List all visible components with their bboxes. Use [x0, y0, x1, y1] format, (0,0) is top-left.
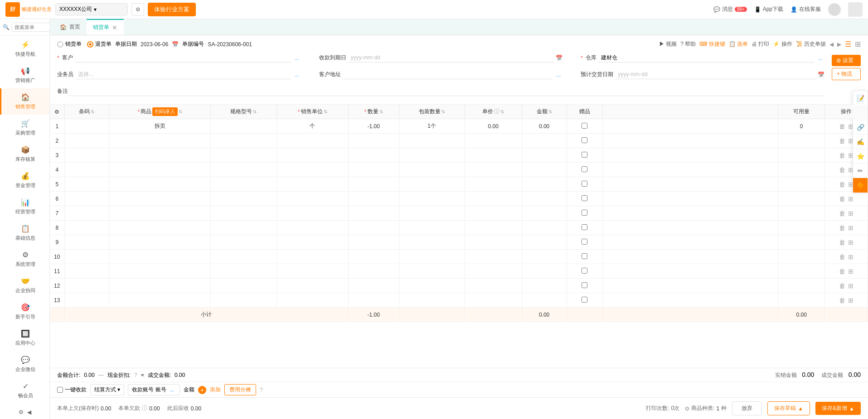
total-due-info[interactable]: ⓘ: [142, 405, 147, 412]
r8-amount[interactable]: [522, 221, 567, 235]
r5-gift[interactable]: [567, 177, 602, 192]
r3-product[interactable]: [109, 148, 211, 163]
r5-price[interactable]: [465, 177, 522, 192]
abandon-button[interactable]: 放弃: [732, 401, 762, 415]
r4-delete[interactable]: 🗑: [839, 166, 845, 173]
warehouse-more-btn[interactable]: ...: [816, 55, 824, 61]
r10-product[interactable]: [109, 250, 211, 264]
r6-copy[interactable]: ⊞: [848, 195, 853, 202]
r11-delete[interactable]: 🗑: [839, 268, 845, 275]
r10-copy[interactable]: ⊞: [848, 253, 853, 260]
r12-price[interactable]: [465, 279, 522, 293]
r7-spec[interactable]: [211, 206, 276, 221]
r5-qty[interactable]: [348, 177, 399, 192]
r4-price[interactable]: [465, 163, 522, 177]
salesperson-more-btn[interactable]: ...: [293, 72, 301, 78]
r2-pkg[interactable]: [399, 134, 465, 148]
r11-product[interactable]: [109, 264, 211, 279]
sidebar-item-guide[interactable]: 🎯 新手引导: [0, 299, 49, 325]
r5-unit[interactable]: [276, 177, 348, 192]
r4-product[interactable]: [109, 163, 211, 177]
row-1-price[interactable]: 0.00: [465, 119, 522, 134]
tab-sales-order[interactable]: 销货单 ✕: [87, 19, 124, 35]
r12-spec[interactable]: [211, 279, 276, 293]
r11-spec[interactable]: [211, 264, 276, 279]
customer-input[interactable]: [75, 53, 291, 63]
r12-amount[interactable]: [522, 279, 567, 293]
r12-product[interactable]: [109, 279, 211, 293]
r13-amount[interactable]: [522, 293, 567, 308]
r13-delete[interactable]: 🗑: [839, 297, 845, 304]
r11-unit[interactable]: [276, 264, 348, 279]
sidebar-item-sales[interactable]: 🏠 销售管理: [0, 88, 49, 115]
right-tool-orange[interactable]: 🔶: [853, 178, 868, 193]
r11-pkg[interactable]: [399, 264, 465, 279]
r4-barcode[interactable]: [64, 163, 109, 177]
row-1-barcode[interactable]: [64, 119, 109, 134]
r4-amount[interactable]: [522, 163, 567, 177]
salesperson-input[interactable]: [75, 70, 291, 79]
r11-amount[interactable]: [522, 264, 567, 279]
r4-gift[interactable]: [567, 163, 602, 177]
sidebar-item-app-center[interactable]: 🔲 应用中心: [0, 325, 49, 351]
r5-gift-checkbox[interactable]: [582, 181, 587, 187]
r9-unit[interactable]: [276, 235, 348, 250]
r8-qty[interactable]: [348, 221, 399, 235]
online-service-button[interactable]: 👤 在线客服: [790, 5, 821, 13]
r2-amount[interactable]: [522, 134, 567, 148]
date-picker-icon[interactable]: 📅: [172, 41, 179, 48]
right-tool-pencil[interactable]: ✏: [853, 164, 868, 178]
sidebar-item-enterprise-wechat[interactable]: 💬 企业微信: [0, 351, 49, 377]
r12-barcode[interactable]: [64, 279, 109, 293]
r10-spec[interactable]: [211, 250, 276, 264]
sidebar-item-operations[interactable]: 📊 经营管理: [0, 193, 49, 220]
r13-gift[interactable]: [567, 293, 602, 308]
r9-spec[interactable]: [211, 235, 276, 250]
r6-gift[interactable]: [567, 192, 602, 206]
save-new-button[interactable]: 保存&新增 ▲: [815, 402, 861, 415]
pay-method-selector[interactable]: 结算方式 ▾: [90, 384, 124, 395]
collapse-icon[interactable]: ◀: [27, 409, 31, 415]
r4-pkg[interactable]: [399, 163, 465, 177]
account-selector[interactable]: 收款账号 账号 ...: [128, 384, 180, 395]
payment-due-calendar-icon[interactable]: 📅: [556, 55, 563, 61]
r10-amount[interactable]: [522, 250, 567, 264]
expected-delivery-input[interactable]: [615, 70, 816, 79]
app-download-button[interactable]: 📱 App下载: [754, 5, 783, 13]
sidebar-item-inventory[interactable]: 📦 库存核算: [0, 141, 49, 167]
one-click-pay-checkbox[interactable]: 一键收款: [57, 386, 87, 394]
r2-spec[interactable]: [211, 134, 276, 148]
r3-spec[interactable]: [211, 148, 276, 163]
r8-gift[interactable]: [567, 221, 602, 235]
video-button[interactable]: ▶ 视频: [659, 40, 677, 48]
r11-qty[interactable]: [348, 264, 399, 279]
r7-copy[interactable]: ⊞: [848, 210, 853, 217]
right-tool-star[interactable]: ⭐: [853, 149, 868, 164]
sidebar-item-finance[interactable]: 💰 资金管理: [0, 167, 49, 193]
r3-qty[interactable]: [348, 148, 399, 163]
r2-barcode[interactable]: [64, 134, 109, 148]
r13-price[interactable]: [465, 293, 522, 308]
next-icon[interactable]: ▶: [837, 41, 841, 48]
r7-price[interactable]: [465, 206, 522, 221]
r7-pkg[interactable]: [399, 206, 465, 221]
r6-pkg[interactable]: [399, 192, 465, 206]
r9-qty[interactable]: [348, 235, 399, 250]
row-1-qty[interactable]: -1.00: [348, 119, 399, 134]
sidebar-item-system[interactable]: ⚙ 系统管理: [0, 246, 49, 272]
account-more-btn[interactable]: ...: [168, 386, 176, 393]
prev-icon[interactable]: ◀: [829, 41, 834, 48]
r9-copy[interactable]: ⊞: [848, 239, 853, 246]
r10-qty[interactable]: [348, 250, 399, 264]
r2-gift[interactable]: [567, 134, 602, 148]
r13-product[interactable]: [109, 293, 211, 308]
r2-qty[interactable]: [348, 134, 399, 148]
discount-info-icon[interactable]: ?: [134, 372, 137, 378]
settings-button[interactable]: ⚙: [131, 3, 144, 16]
r9-barcode[interactable]: [64, 235, 109, 250]
grid-view-icon[interactable]: ⊞: [855, 40, 861, 48]
r3-barcode[interactable]: [64, 148, 109, 163]
r10-price[interactable]: [465, 250, 522, 264]
user-avatar[interactable]: [828, 3, 841, 16]
r9-gift[interactable]: [567, 235, 602, 250]
